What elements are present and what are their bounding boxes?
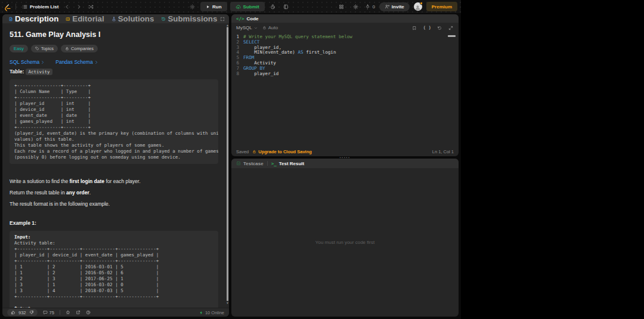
example-line: | 1 | 2 | 2016-03-01 | 5 |	[14, 264, 213, 270]
schema-links-row: SQL Schema Pandas Schema	[10, 59, 218, 65]
tab-submissions[interactable]: Submissions	[159, 14, 219, 23]
example-line: +-----------+-----------+------------+--…	[14, 246, 213, 252]
notes-button[interactable]	[281, 2, 291, 11]
check-square-icon	[236, 161, 241, 166]
topbar-left-group: Problem List	[4, 2, 96, 11]
clock-history-icon	[161, 17, 166, 21]
favorite-button[interactable]	[66, 310, 70, 315]
like-count: 932	[18, 310, 26, 315]
tab-solutions[interactable]: Solutions	[109, 14, 157, 23]
editor-scrollbar[interactable]	[448, 35, 456, 37]
lock-icon	[65, 47, 69, 51]
sql-schema-link[interactable]: SQL Schema	[10, 59, 45, 65]
example-line: Activity table:	[14, 240, 213, 246]
code-panel-header: </> Code	[231, 14, 459, 23]
difficulty-badge[interactable]: Easy	[10, 45, 28, 52]
companies-button[interactable]: Companies	[61, 45, 98, 52]
gear-icon	[190, 4, 195, 10]
tab-test-result[interactable]: >_ Test Result	[271, 161, 305, 166]
tab-testcase[interactable]: Testcase	[236, 161, 264, 166]
streak-counter[interactable]: 0	[365, 4, 374, 10]
expand-icon	[448, 26, 453, 30]
settings-button[interactable]	[351, 2, 361, 11]
apps-button[interactable]	[336, 2, 346, 11]
cloud-upload-icon	[236, 4, 241, 10]
cloud-saving-link[interactable]: Upgrade to Cloud Saving	[252, 149, 312, 154]
table-name-line: Table:Activity	[10, 69, 218, 75]
code-line[interactable]: 4 MIN(event_date) AS first_login	[231, 50, 459, 55]
run-button[interactable]: Run	[200, 2, 227, 11]
expand-panel-button[interactable]	[219, 16, 225, 22]
user-avatar[interactable]	[414, 2, 422, 11]
prev-problem-button[interactable]	[62, 2, 72, 11]
vote-group[interactable]: 932	[7, 309, 38, 316]
comments-button[interactable]: 75	[43, 310, 54, 315]
example-code-block: Input:Activity table:+-----------+------…	[10, 231, 218, 308]
language-selector[interactable]: MySQL	[236, 25, 258, 30]
problem-meta-row: Easy Topics Companies	[10, 45, 218, 52]
share-button[interactable]	[76, 310, 80, 315]
scroll-down-arrow[interactable]: ▼	[226, 302, 229, 305]
description-paragraph: The result format is in the following ex…	[10, 201, 218, 207]
invite-label: Invite	[392, 4, 404, 10]
format-code-button[interactable]: ( )	[423, 25, 431, 30]
tag-icon	[35, 47, 39, 51]
tab-editorial[interactable]: Editorial	[63, 14, 106, 23]
lock-icon	[262, 26, 267, 30]
editor-settings-button[interactable]	[187, 2, 197, 11]
maximize-editor-button[interactable]	[448, 25, 454, 31]
code-editor[interactable]: 1# Write your MySQL query statement belo…	[231, 33, 459, 147]
submit-button[interactable]: Submit	[230, 2, 265, 11]
chevron-left-icon	[64, 4, 70, 10]
editor-column: </> Code MySQL Auto	[231, 14, 459, 317]
workspace: Description Editorial Solutions Submissi…	[2, 14, 459, 317]
book-icon	[66, 17, 70, 21]
reset-code-button[interactable]	[436, 25, 442, 31]
invite-button[interactable]: Invite	[379, 2, 410, 11]
test-result-content: You must run your code first	[231, 168, 459, 317]
bookmark-icon	[412, 26, 417, 30]
timer-button[interactable]	[268, 2, 278, 11]
chevron-down-icon	[254, 26, 258, 30]
undo-icon	[437, 26, 442, 30]
cursor-position: Ln 1, Col 1	[432, 149, 454, 154]
example-line: | 3 | 4 | 2018-07-03 | 5 |	[14, 288, 213, 294]
code-line[interactable]: 6 Activity	[231, 61, 459, 66]
thumbs-up-icon[interactable]	[11, 310, 16, 315]
pandas-schema-link[interactable]: Pandas Schema	[55, 59, 98, 65]
code-line[interactable]: 1# Write your MySQL query statement belo…	[231, 35, 459, 40]
topbar-center-group: Run Submit	[187, 2, 291, 11]
premium-button[interactable]: Premium	[426, 2, 457, 11]
code-line[interactable]: 8 player_id	[231, 72, 459, 77]
description-paragraphs: Write a solution to find the first login…	[10, 178, 218, 207]
star-icon	[66, 310, 70, 315]
description-paragraph: Return the result table in any order.	[10, 190, 218, 196]
bookmark-button[interactable]	[411, 25, 417, 31]
problem-list-button[interactable]: Problem List	[20, 4, 60, 10]
topics-button[interactable]: Topics	[31, 45, 58, 52]
leetcode-logo[interactable]	[4, 3, 11, 11]
next-problem-button[interactable]	[74, 2, 84, 11]
problem-description: 511. Game Play Analysis I Easy Topics Co…	[2, 23, 225, 308]
auto-toggle[interactable]: Auto	[262, 25, 278, 30]
thumbs-down-icon[interactable]	[29, 310, 34, 315]
scrollbar-thumb[interactable]	[227, 27, 228, 301]
tab-description[interactable]: Description	[6, 14, 61, 23]
description-panel: Description Editorial Solutions Submissi…	[2, 14, 229, 317]
empty-state-message: You must run your code first	[315, 240, 374, 245]
online-bolt-icon	[199, 311, 203, 315]
code-icon: </>	[236, 16, 244, 21]
example-line: | player_id | device_id | event_date | g…	[14, 252, 213, 258]
share-icon	[76, 310, 80, 315]
gear-icon	[353, 4, 358, 10]
flame-icon	[365, 4, 370, 10]
feedback-button[interactable]	[86, 310, 91, 315]
saved-status: Saved	[236, 149, 249, 154]
comment-count: 75	[49, 310, 54, 315]
comment-icon	[43, 310, 48, 315]
random-problem-button[interactable]	[86, 2, 96, 11]
lock-icon	[252, 150, 256, 154]
code-text: MIN(event_date) AS first_login	[243, 50, 336, 55]
notebook-icon	[283, 4, 289, 10]
code-panel: </> Code MySQL Auto	[231, 14, 459, 156]
